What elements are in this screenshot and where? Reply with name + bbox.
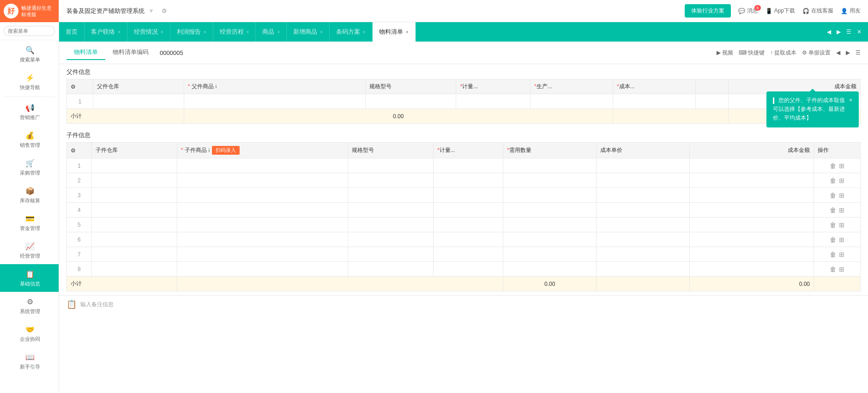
child-product-4[interactable] <box>177 203 348 218</box>
child-product-1[interactable] <box>177 158 348 173</box>
online-service-action[interactable]: 🎧 在线客服 <box>802 7 833 15</box>
tab-menu-icon[interactable]: ☰ <box>844 29 854 35</box>
child-warehouse-5[interactable] <box>91 218 177 232</box>
child-product-5[interactable] <box>177 218 348 232</box>
tab-close-bom[interactable]: × <box>406 30 409 35</box>
copy-icon-8[interactable]: ⊞ <box>839 266 844 273</box>
sub-tab-bom[interactable]: 物料清单 <box>66 45 105 60</box>
child-unit-7[interactable] <box>433 247 503 262</box>
tab-close-customer[interactable]: × <box>118 30 121 35</box>
parent-spec-1[interactable] <box>365 94 456 109</box>
delete-icon-2[interactable]: 🗑 <box>830 177 836 184</box>
child-product-6[interactable] <box>177 232 348 247</box>
child-warehouse-1[interactable] <box>91 158 177 173</box>
tab-close-new-goods[interactable]: × <box>320 30 323 35</box>
delete-icon-7[interactable]: 🗑 <box>830 251 836 258</box>
child-spec-8[interactable] <box>348 262 433 277</box>
tab-customer[interactable]: 客户联络 × <box>84 22 127 42</box>
child-product-8[interactable] <box>177 262 348 277</box>
parent-product-1[interactable] <box>184 94 365 109</box>
tooltip-close-icon[interactable]: × <box>849 96 852 105</box>
child-unit-cost-7[interactable] <box>597 247 690 262</box>
action-shortcut[interactable]: ⌨ 快捷键 <box>739 49 765 57</box>
tab-close-profit[interactable]: × <box>204 30 206 35</box>
sidebar-item-basic-info[interactable]: 📋 基础信息 <box>0 264 59 292</box>
child-qty-3[interactable] <box>503 188 597 203</box>
copy-icon-5[interactable]: ⊞ <box>839 221 844 229</box>
parent-production-1[interactable] <box>530 94 613 109</box>
nav-next-icon[interactable]: ▶ <box>846 49 850 56</box>
sidebar-item-sales[interactable]: 💰 销售管理 <box>0 126 59 153</box>
th-settings-child[interactable]: ⚙ <box>67 143 92 158</box>
delete-icon-8[interactable]: 🗑 <box>830 266 836 273</box>
tab-close-barcode[interactable]: × <box>363 30 366 35</box>
tab-barcode[interactable]: 条码方案 × <box>330 22 373 42</box>
tab-bom[interactable]: 物料清单 × <box>373 22 416 42</box>
sidebar-item-enterprise[interactable]: 🤝 企业协同 <box>0 320 59 347</box>
child-qty-1[interactable] <box>503 158 597 173</box>
action-video[interactable]: ▶ 视频 <box>717 49 733 57</box>
sidebar-item-finance[interactable]: 💳 资金管理 <box>0 209 59 236</box>
gear-icon[interactable]: ⚙ <box>162 7 167 14</box>
child-unit-cost-3[interactable] <box>597 188 690 203</box>
nav-prev-icon[interactable]: ◀ <box>836 49 840 56</box>
child-spec-6[interactable] <box>348 232 433 247</box>
th-settings-parent[interactable]: ⚙ <box>67 79 93 94</box>
tab-profit[interactable]: 利润报告 × <box>170 22 213 42</box>
delete-icon-3[interactable]: 🗑 <box>830 192 836 199</box>
child-unit-6[interactable] <box>433 232 503 247</box>
user-action[interactable]: 👤 用友 <box>841 7 861 15</box>
scan-btn[interactable]: 扫码录入 <box>212 146 240 155</box>
tab-prev-icon[interactable]: ◀ <box>824 29 834 35</box>
tab-close-all-icon[interactable]: ✕ <box>854 29 864 35</box>
child-unit-1[interactable] <box>433 158 503 173</box>
search-input[interactable] <box>4 26 55 36</box>
sidebar-item-search[interactable]: 🔍 搜索菜单 <box>0 40 59 68</box>
child-qty-8[interactable] <box>503 262 597 277</box>
child-spec-2[interactable] <box>348 173 433 188</box>
footer-text[interactable]: 输入备注信息 <box>80 301 114 308</box>
tab-operations-status[interactable]: 经营情况 × <box>127 22 170 42</box>
action-extract-cost[interactable]: ↑ 提取成本 <box>770 49 796 57</box>
copy-icon-7[interactable]: ⊞ <box>839 251 844 258</box>
child-unit-cost-2[interactable] <box>597 173 690 188</box>
child-warehouse-3[interactable] <box>91 188 177 203</box>
child-unit-cost-6[interactable] <box>597 232 690 247</box>
child-spec-1[interactable] <box>348 158 433 173</box>
experience-btn[interactable]: 体验行业方案 <box>685 4 731 18</box>
tab-goods[interactable]: 商品 × <box>256 22 287 42</box>
sidebar-item-guide[interactable]: 📖 新手引导 <box>0 347 59 375</box>
child-warehouse-7[interactable] <box>91 247 177 262</box>
view-mode-icon[interactable]: ☰ <box>856 49 861 56</box>
child-qty-6[interactable] <box>503 232 597 247</box>
delete-icon-6[interactable]: 🗑 <box>830 236 836 243</box>
sidebar-item-operations[interactable]: 📈 经营管理 <box>0 236 59 264</box>
child-unit-2[interactable] <box>433 173 503 188</box>
tab-next-icon[interactable]: ▶ <box>834 29 844 35</box>
child-unit-cost-4[interactable] <box>597 203 690 218</box>
tab-history[interactable]: 经营历程 × <box>213 22 256 42</box>
child-product-7[interactable] <box>177 247 348 262</box>
child-unit-4[interactable] <box>433 203 503 218</box>
delete-icon-5[interactable]: 🗑 <box>830 221 836 229</box>
parent-cost-1[interactable] <box>613 94 695 109</box>
tab-new-goods[interactable]: 新增商品 × <box>287 22 330 42</box>
app-download-action[interactable]: 📱 App下载 <box>766 7 795 15</box>
sidebar-item-inventory[interactable]: 📦 库存核算 <box>0 181 59 209</box>
tab-close-ops[interactable]: × <box>161 30 163 35</box>
child-qty-7[interactable] <box>503 247 597 262</box>
child-unit-cost-8[interactable] <box>597 262 690 277</box>
sidebar-item-marketing[interactable]: 📢 营销推广 <box>0 98 59 126</box>
child-spec-5[interactable] <box>348 218 433 232</box>
copy-icon-2[interactable]: ⊞ <box>839 177 844 184</box>
sub-tab-code[interactable]: 物料清单编码 <box>105 45 156 60</box>
child-qty-5[interactable] <box>503 218 597 232</box>
child-spec-3[interactable] <box>348 188 433 203</box>
action-doc-settings[interactable]: ⚙ 单据设置 <box>802 49 831 57</box>
child-warehouse-4[interactable] <box>91 203 177 218</box>
child-unit-cost-5[interactable] <box>597 218 690 232</box>
child-warehouse-6[interactable] <box>91 232 177 247</box>
sidebar-item-system[interactable]: ⚙ 系统管理 <box>0 292 59 320</box>
parent-warehouse-1[interactable] <box>93 94 184 109</box>
delete-icon-4[interactable]: 🗑 <box>830 206 836 214</box>
